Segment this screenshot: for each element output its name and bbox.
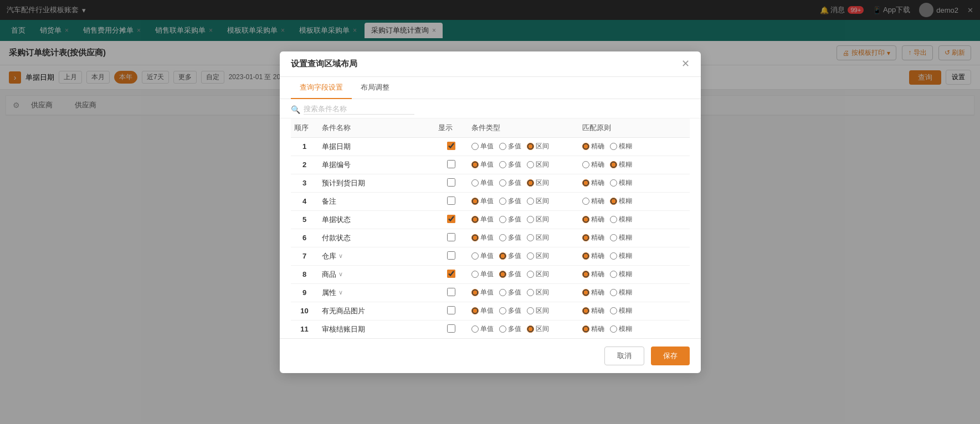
dialog-search-area: 🔍 [280, 99, 701, 118]
modal-overlay: 设置查询区域布局 ✕ 查询字段设置 布局调整 🔍 顺序 条件名称 显示 条件类型 [0, 0, 980, 121]
search-input[interactable] [304, 105, 414, 115]
tab-layout[interactable]: 布局调整 [352, 77, 398, 99]
th-rule: 匹配原则 [579, 118, 690, 122]
dialog-header: 设置查询区域布局 ✕ [280, 51, 701, 77]
dialog-tabs: 查询字段设置 布局调整 [280, 77, 701, 99]
dialog-close-button[interactable]: ✕ [681, 59, 690, 69]
th-show: 显示 [435, 118, 468, 122]
dialog-title: 设置查询区域布局 [291, 59, 357, 69]
th-type: 条件类型 [468, 118, 579, 122]
search-icon: 🔍 [291, 105, 300, 114]
th-order: 顺序 [291, 118, 319, 122]
conditions-table: 顺序 条件名称 显示 条件类型 匹配原则 1单据日期单值多值区间精确模糊2单据编… [291, 118, 690, 122]
settings-dialog: 设置查询区域布局 ✕ 查询字段设置 布局调整 🔍 顺序 条件名称 显示 条件类型 [280, 51, 701, 122]
tab-fields[interactable]: 查询字段设置 [291, 77, 352, 99]
dialog-table-wrap: 顺序 条件名称 显示 条件类型 匹配原则 1单据日期单值多值区间精确模糊2单据编… [280, 118, 701, 122]
th-name: 条件名称 [319, 118, 435, 122]
